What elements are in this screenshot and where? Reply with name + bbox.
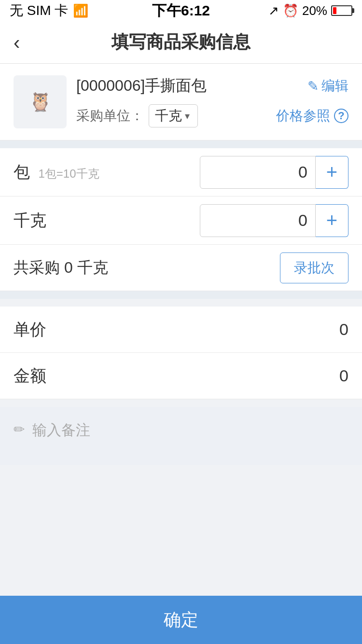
kg-row: 千克 + [0, 196, 362, 245]
bao-row: 包 1包=10千克 + [0, 148, 362, 196]
kg-input-group: + [200, 204, 348, 237]
summary-text: 共采购 0 千克 [14, 257, 280, 279]
product-unit-row: 采购单位： 千克 ▾ 价格参照 ? [76, 104, 348, 127]
unit-dropdown[interactable]: 千克 ▾ [149, 104, 198, 127]
product-logo: 🦉 [29, 91, 52, 112]
nav-bar: ‹ 填写商品采购信息 [0, 21, 362, 64]
confirm-label: 确定 [164, 608, 198, 632]
page-title: 填写商品采购信息 [111, 30, 251, 54]
amount-row: 金额 0 [0, 353, 362, 399]
bao-plus-button[interactable]: + [316, 156, 348, 189]
product-thumbnail: 🦉 [14, 75, 67, 128]
bao-label: 包 1包=10千克 [14, 161, 200, 183]
product-top-row: [0000006]手撕面包 ✎ 编辑 [76, 75, 348, 97]
divider-1 [0, 140, 362, 148]
summary-row: 共采购 0 千克 录批次 [0, 245, 362, 291]
input-section: 包 1包=10千克 + 千克 + 共采购 0 千克 录批次 [0, 148, 362, 291]
bao-sublabel: 1包=10千克 [38, 167, 99, 180]
unit-price-label: 单价 [14, 319, 339, 341]
unit-prefix: 采购单位： [76, 107, 144, 125]
detail-section: 单价 0 金额 0 [0, 307, 362, 399]
unit-value: 千克 [155, 107, 182, 125]
notes-section[interactable]: ✏ 输入备注 [0, 407, 362, 465]
amount-label: 金额 [14, 365, 339, 387]
edit-label: 编辑 [321, 77, 348, 95]
unit-price-value: 0 [339, 320, 348, 339]
location-icon: ↗ [268, 3, 279, 18]
divider-2 [0, 291, 362, 299]
notes-placeholder: 输入备注 [32, 420, 90, 440]
amount-value: 0 [339, 366, 348, 385]
help-icon: ? [334, 109, 348, 123]
unit-price-row: 单价 0 [0, 307, 362, 353]
alarm-icon: ⏰ [283, 3, 298, 18]
bao-input[interactable] [200, 156, 316, 189]
spacer [0, 465, 362, 600]
product-name: [0000006]手撕面包 [76, 75, 207, 97]
kg-plus-button[interactable]: + [316, 204, 348, 237]
battery-pct: 20% [302, 3, 327, 18]
price-ref-button[interactable]: 价格参照 ? [276, 107, 348, 125]
chevron-down-icon: ▾ [185, 110, 190, 122]
status-right: ↗ ⏰ 20% [268, 3, 352, 18]
unit-label: 采购单位： 千克 ▾ [76, 104, 198, 127]
confirm-button[interactable]: 确定 [0, 596, 362, 644]
bao-input-group: + [200, 156, 348, 189]
status-left: 无 SIM 卡 📶 [10, 1, 88, 20]
price-ref-label: 价格参照 [276, 107, 330, 125]
battery-icon [331, 5, 352, 16]
kg-label: 千克 [14, 210, 200, 232]
wifi-icon: 📶 [73, 3, 88, 18]
batch-button[interactable]: 录批次 [280, 252, 348, 283]
product-info: [0000006]手撕面包 ✎ 编辑 采购单位： 千克 ▾ 价格参照 ? [76, 75, 348, 127]
edit-button[interactable]: ✎ 编辑 [307, 77, 348, 95]
status-time: 下午6:12 [152, 1, 210, 21]
pencil-icon: ✏ [14, 421, 25, 437]
product-card: 🦉 [0000006]手撕面包 ✎ 编辑 采购单位： 千克 ▾ [0, 64, 362, 140]
status-bar: 无 SIM 卡 📶 下午6:12 ↗ ⏰ 20% [0, 0, 362, 21]
kg-input[interactable] [200, 204, 316, 237]
edit-icon: ✎ [307, 78, 319, 94]
carrier-text: 无 SIM 卡 [10, 1, 68, 20]
back-button[interactable]: ‹ [14, 33, 20, 52]
